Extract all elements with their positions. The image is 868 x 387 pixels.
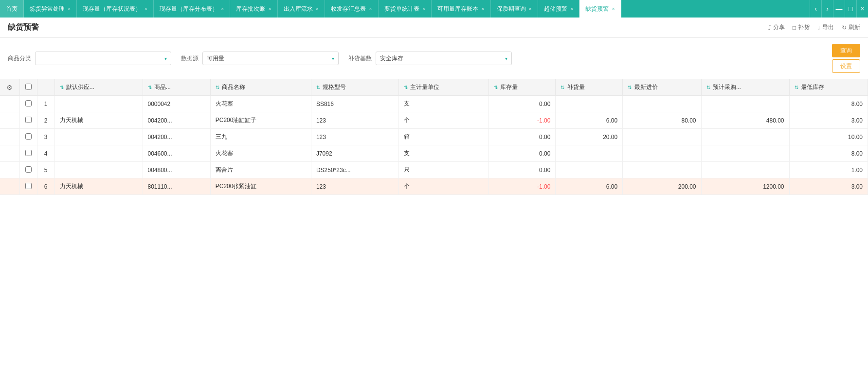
tab-shortage-warn[interactable]: 缺货预警 × (579, 0, 621, 18)
col-sku-name[interactable]: ⇅ 商品名称 (210, 79, 311, 96)
col-est-purchase[interactable]: ⇅ 预计采购... (701, 79, 789, 96)
unit-col-label: 主计量单位 (410, 84, 439, 90)
replenish-qty-sort-icon: ⇅ (561, 85, 564, 90)
tab-receipt-summary-close[interactable]: × (369, 6, 372, 12)
setting-button[interactable]: 设置 (832, 59, 860, 73)
tab-available-ledger-close[interactable]: × (481, 6, 484, 12)
refresh-btn[interactable]: ↻ 刷新 (842, 23, 860, 32)
row-unit-cell: 个 (398, 112, 488, 129)
tab-overstock-warn-label: 超储预警 (544, 5, 567, 13)
table-row: 2 力天机械 004200... PC200油缸缸子 123 个 -1.00 6… (0, 112, 868, 129)
tab-purchase-stat[interactable]: 要货单统计表 × (379, 0, 432, 18)
table-settings-icon[interactable]: ⚙ (6, 84, 13, 91)
tab-abnormal[interactable]: 炼货异常处理 × (24, 0, 77, 18)
replenish-btn[interactable]: □ 补货 (793, 23, 810, 32)
col-spec[interactable]: ⇅ 规格型号 (311, 79, 398, 96)
row-sku-name-cell: 火花塞 (210, 145, 311, 162)
tab-batch-account-close[interactable]: × (268, 6, 271, 12)
tab-inventory-dist[interactable]: 现存量（库存分布表） × (154, 0, 230, 18)
tab-next-btn[interactable]: › (821, 0, 833, 18)
row-checkbox-5[interactable] (25, 183, 32, 189)
row-checkbox-3[interactable] (25, 150, 32, 156)
row-supplier-cell (54, 162, 143, 178)
col-supplier[interactable]: ⇅ 默认供应... (54, 79, 143, 96)
col-stock[interactable]: ⇅ 库存量 (488, 79, 556, 96)
col-min-stock[interactable]: ⇅ 最低库存 (789, 79, 868, 96)
row-supplier-cell: 力天机械 (54, 112, 143, 129)
tab-batch-account-label: 库存批次账 (236, 5, 265, 13)
share-label: 分享 (773, 23, 785, 32)
tab-overstock-warn[interactable]: 超储预警 × (538, 0, 579, 18)
row-stock-cell: -1.00 (488, 178, 556, 195)
row-checkbox-4[interactable] (25, 166, 32, 173)
table-row: 1 0000042 火花塞 SS816 支 0.00 8.00 (0, 96, 868, 112)
row-checkbox-0[interactable] (25, 100, 32, 106)
spec-col-label: 规格型号 (323, 84, 346, 90)
col-replenish-qty[interactable]: ⇅ 补货量 (556, 79, 623, 96)
select-all-checkbox[interactable] (25, 84, 32, 90)
row-spec-cell: 123 (311, 129, 398, 145)
tab-prev-btn[interactable]: ‹ (810, 0, 821, 18)
tab-home[interactable]: 首页 (0, 0, 24, 18)
tab-abnormal-close[interactable]: × (68, 6, 71, 12)
row-unit-cell: 支 (398, 96, 488, 112)
tab-inventory-status-close[interactable]: × (144, 6, 147, 12)
export-btn[interactable]: ↓ 导出 (817, 23, 834, 32)
tab-maximize-btn[interactable]: □ (845, 0, 856, 18)
datasource-select[interactable]: 可用量 ▾ (202, 52, 339, 65)
replenish-base-select[interactable]: 安全库存 ▾ (376, 52, 512, 65)
tab-batch-account[interactable]: 库存批次账 × (230, 0, 277, 18)
supplier-col-label: 默认供应... (66, 84, 94, 90)
tab-overstock-warn-close[interactable]: × (570, 6, 573, 12)
export-icon: ↓ (817, 24, 820, 31)
row-stock-cell: 0.00 (488, 129, 556, 145)
tab-nav-buttons: ‹ › — □ × (810, 0, 868, 18)
col-check (19, 79, 37, 96)
tab-expiry-query-close[interactable]: × (529, 6, 532, 12)
query-button[interactable]: 查询 (832, 44, 860, 57)
row-index-cell: 3 (37, 129, 54, 145)
tab-close-all-btn[interactable]: × (856, 0, 868, 18)
row-min-stock-cell: 1.00 (789, 162, 868, 178)
row-min-stock-cell: 3.00 (789, 178, 868, 195)
tab-available-ledger[interactable]: 可用量库存账本 × (432, 0, 490, 18)
col-unit[interactable]: ⇅ 主计量单位 (398, 79, 488, 96)
row-index-cell: 6 (37, 178, 54, 195)
tab-inventory-dist-close[interactable]: × (221, 6, 224, 12)
row-sku-name-cell: 三九 (210, 129, 311, 145)
col-sku-code[interactable]: ⇅ 商品... (143, 79, 210, 96)
row-checkbox-2[interactable] (25, 133, 32, 140)
category-arrow-icon: ▾ (164, 56, 167, 61)
tab-shortage-warn-close[interactable]: × (612, 6, 615, 12)
tab-minimize-btn[interactable]: — (833, 0, 845, 18)
tab-inout-flow[interactable]: 出入库流水 × (278, 0, 325, 18)
category-select[interactable]: ▾ (35, 52, 171, 65)
tab-expiry-query[interactable]: 保质期查询 × (491, 0, 538, 18)
tab-inout-flow-close[interactable]: × (316, 6, 319, 12)
row-settings-cell (0, 162, 19, 178)
col-latest-price[interactable]: ⇅ 最新进价 (623, 79, 701, 96)
stock-sort-icon: ⇅ (494, 85, 498, 90)
row-est-purchase-cell (701, 162, 789, 178)
tab-inventory-status[interactable]: 现存量（库存状况表） × (77, 0, 153, 18)
row-latest-price-cell: 80.00 (623, 112, 701, 129)
row-settings-cell (0, 145, 19, 162)
row-sku-code-cell: 004200... (143, 129, 210, 145)
row-replenish-qty-cell (556, 96, 623, 112)
filter-bar: 商品分类 ▾ 数据源 可用量 ▾ 补货基数 安全库存 ▾ 查询 设置 (0, 38, 868, 79)
min-stock-sort-icon: ⇅ (795, 85, 798, 90)
row-latest-price-cell (623, 162, 701, 178)
row-check-cell (19, 145, 37, 162)
table-container: ⚙ ⇅ 默认供应... ⇅ 商品... ⇅ (0, 79, 868, 195)
row-checkbox-1[interactable] (25, 117, 32, 123)
tab-receipt-summary[interactable]: 收发存汇总表 × (325, 0, 378, 18)
tab-purchase-stat-label: 要货单统计表 (384, 5, 419, 13)
tab-shortage-warn-label: 缺货预警 (585, 5, 609, 13)
row-check-cell (19, 112, 37, 129)
tab-abnormal-label: 炼货异常处理 (30, 5, 65, 13)
row-settings-cell (0, 129, 19, 145)
row-settings-cell (0, 96, 19, 112)
tab-purchase-stat-close[interactable]: × (422, 6, 425, 12)
row-unit-cell: 箱 (398, 129, 488, 145)
share-btn[interactable]: ⤴ 分享 (768, 23, 785, 32)
